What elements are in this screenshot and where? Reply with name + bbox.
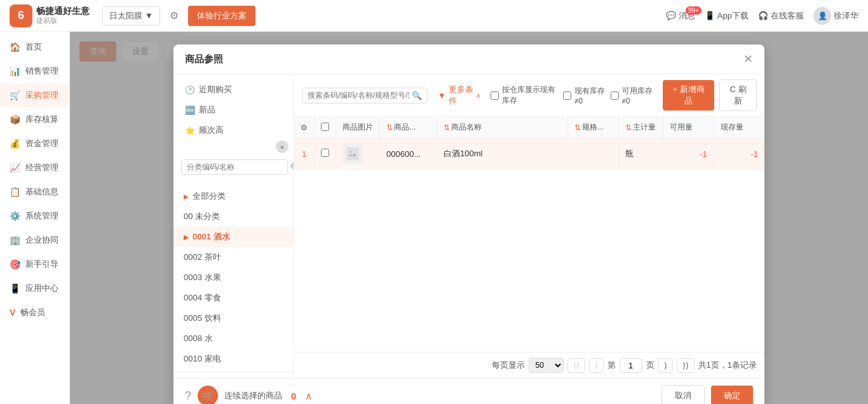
- product-search-input[interactable]: [308, 91, 409, 100]
- branch-dropdown[interactable]: 日太阳膜 ▼: [102, 6, 160, 25]
- product-search-box: 🔍: [302, 88, 428, 104]
- all-categories-label: 全部分类: [193, 191, 226, 202]
- messages-badge: 99+: [686, 6, 702, 15]
- td-code: 000600...: [380, 138, 437, 170]
- category-item-0002[interactable]: 0002 茶叶: [173, 247, 294, 267]
- td-available: -1: [663, 138, 714, 170]
- th-stock-label: 现存量: [721, 122, 743, 133]
- frequent-icon: ⭐: [185, 126, 195, 135]
- cancel-button[interactable]: 取消: [661, 385, 705, 404]
- message-icon: 💬: [666, 11, 676, 20]
- category-list: ▶ 全部分类 00 未分类 ▶ 0001 酒水 0002 茶: [173, 184, 294, 372]
- messages-item[interactable]: 💬 消息 99+: [666, 10, 695, 22]
- category-item-0010[interactable]: 0010 家电: [173, 349, 294, 369]
- mobile-icon: 📱: [705, 11, 715, 20]
- available-stock-filter[interactable]: 可用库存≠0: [611, 86, 653, 105]
- nav-new-product[interactable]: 🆕 新品: [179, 100, 288, 120]
- current-stock-checkbox[interactable]: [563, 91, 571, 100]
- th-spec-label: 规格...: [582, 122, 604, 133]
- category-all[interactable]: ▶ 全部分类: [173, 186, 294, 206]
- td-stock: -1: [714, 138, 764, 170]
- category-00-label: 00 未分类: [184, 212, 220, 221]
- sidebar-label-inventory: 库存核算: [25, 114, 58, 125]
- category-item-0005[interactable]: 0005 饮料: [173, 308, 294, 328]
- category-item-00[interactable]: 00 未分类: [173, 206, 294, 227]
- available-stock-checkbox[interactable]: [611, 91, 619, 100]
- select-all-checkbox[interactable]: [321, 123, 329, 131]
- page-label: 第: [607, 360, 616, 371]
- add-product-button[interactable]: + 新增商品: [663, 80, 714, 111]
- sidebar-item-operations[interactable]: 📈 经营管理: [0, 156, 69, 180]
- sidebar-item-enterprise[interactable]: 🏢 企业协同: [0, 228, 69, 252]
- th-name: ⇅ 商品名称: [437, 117, 568, 138]
- last-page-button[interactable]: ⟩⟩: [677, 358, 695, 373]
- more-filter-button[interactable]: ▼ 更多条件 ∧: [433, 81, 485, 109]
- sidebar-item-home[interactable]: 🏠 首页: [0, 35, 69, 59]
- sidebar-item-system[interactable]: ⚙️ 系统管理: [0, 204, 69, 228]
- filter-caret-icon: ∧: [476, 92, 480, 99]
- svg-point-1: [350, 151, 352, 153]
- category-0001-label: 0001 酒水: [193, 231, 230, 243]
- refresh-button[interactable]: C 刷新: [719, 79, 757, 111]
- sidebar-item-base[interactable]: 📋 基础信息: [0, 180, 69, 204]
- modal-close-button[interactable]: ✕: [743, 52, 753, 66]
- row-checkbox[interactable]: [321, 149, 329, 157]
- page-unit: 页: [646, 360, 654, 371]
- logo-title: 畅捷通好生意: [36, 6, 90, 17]
- nav-frequent[interactable]: ⭐ 频次高: [179, 120, 288, 140]
- sort-name-icon: ⇅: [444, 123, 450, 132]
- product-search-icon[interactable]: 🔍: [412, 91, 422, 100]
- td-spec: [567, 138, 618, 170]
- category-item-0004[interactable]: 0004 零食: [173, 288, 294, 308]
- sales-icon: 📊: [10, 66, 20, 76]
- sidebar-item-purchase[interactable]: 🛒 采购管理: [0, 83, 69, 107]
- sidebar-item-inventory[interactable]: 📦 库存核算: [0, 107, 69, 131]
- page-input[interactable]: [620, 358, 642, 373]
- th-settings: ⚙: [294, 117, 315, 138]
- category-search-input[interactable]: [181, 159, 288, 175]
- enterprise-icon: 🏢: [10, 235, 20, 245]
- settings-icon[interactable]: ⚙: [166, 6, 182, 25]
- prev-page-button[interactable]: ⟨: [589, 358, 604, 373]
- per-page-label: 每页显示: [492, 360, 525, 371]
- warehouse-stock-filter[interactable]: 按仓库显示现有库存: [491, 84, 558, 106]
- logo-subtitle: 捷易版: [36, 16, 90, 25]
- experience-button[interactable]: 体验行业方案: [188, 6, 255, 26]
- left-panel: 🕐 近期购买 🆕 新品 ⭐ 频次高: [173, 74, 294, 378]
- first-page-button[interactable]: ⟨⟨: [567, 358, 585, 373]
- sidebar-item-finance[interactable]: 💰 资金管理: [0, 131, 69, 156]
- th-code: ⇅ 商品...: [380, 117, 437, 138]
- new-product-label: 新品: [199, 104, 215, 116]
- current-stock-filter[interactable]: 现有库存≠0: [563, 86, 606, 105]
- category-item-0003[interactable]: 0003 水果: [173, 267, 294, 288]
- sidebar-item-appcenter[interactable]: 📱 应用中心: [0, 276, 69, 300]
- td-image: [336, 138, 380, 170]
- online-service-item[interactable]: 🎧 在线客服: [758, 10, 804, 22]
- next-page-button[interactable]: ⟩: [658, 358, 673, 373]
- per-page-select[interactable]: 50 100 200: [529, 358, 564, 373]
- collapse-panel-button[interactable]: «: [276, 140, 288, 153]
- category-item-0008[interactable]: 0008 水: [173, 328, 294, 349]
- warehouse-stock-checkbox[interactable]: [491, 91, 499, 100]
- footer-collapse-icon[interactable]: ∧: [305, 390, 313, 402]
- purchase-icon: 🛒: [10, 90, 20, 100]
- base-icon: 📋: [10, 187, 20, 197]
- pagination-area: 每页显示 50 100 200 ⟨⟨ ⟨ 第 页 ⟩: [294, 352, 764, 378]
- cart-icon[interactable]: 🛒: [198, 386, 218, 404]
- help-icon[interactable]: ?: [185, 389, 191, 403]
- modal-header: 商品参照 ✕: [173, 44, 764, 74]
- user-item[interactable]: 👤 徐泽华: [813, 7, 858, 25]
- category-item-0001[interactable]: ▶ 0001 酒水: [173, 227, 294, 247]
- table-row[interactable]: 1: [294, 138, 764, 170]
- th-spec: ⇅ 规格...: [567, 117, 618, 138]
- sidebar-item-guide[interactable]: 🎯 新手引导: [0, 252, 69, 276]
- nav-recent[interactable]: 🕐 近期购买: [179, 79, 288, 100]
- confirm-button[interactable]: 确定: [711, 386, 753, 404]
- filter-icon: ▼: [438, 91, 446, 100]
- th-name-label: 商品名称: [451, 122, 482, 133]
- sidebar-item-member[interactable]: V 畅会员: [0, 300, 69, 325]
- app-download-item[interactable]: 📱 App下载: [705, 10, 749, 22]
- product-thumbnail: [342, 144, 363, 164]
- sidebar-item-sales[interactable]: 📊 销售管理: [0, 59, 69, 83]
- sidebar-label-operations: 经营管理: [25, 162, 58, 173]
